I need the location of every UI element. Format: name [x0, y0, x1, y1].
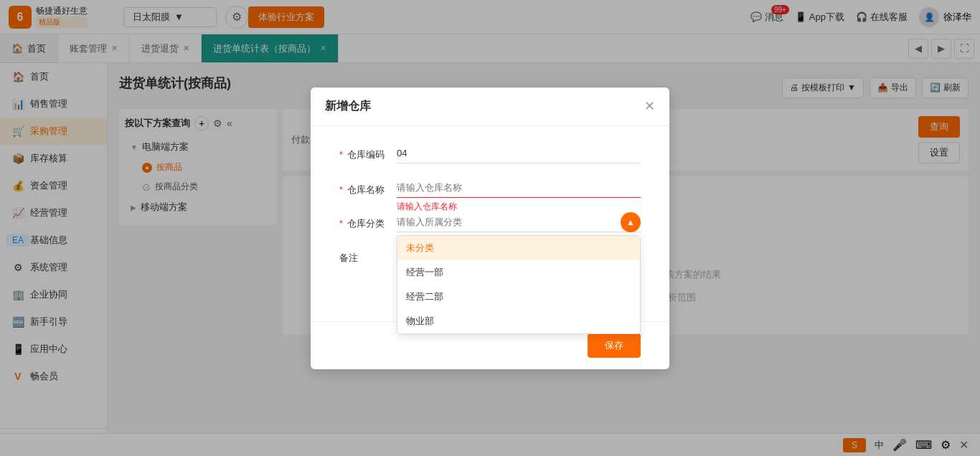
modal-close-button[interactable]: ✕: [644, 100, 655, 113]
dropdown-option-ops1[interactable]: 经营一部: [397, 260, 640, 285]
name-field-row: * 仓库名称 请输入仓库名称: [339, 178, 641, 198]
code-field-label: * 仓库编码: [339, 143, 397, 161]
modal-title: 新增仓库: [325, 99, 371, 114]
note-field-label: 备注: [339, 247, 397, 265]
name-error-message: 请输入仓库名称: [397, 201, 457, 213]
add-warehouse-modal: 新增仓库 ✕ * 仓库编码 * 仓库名称: [311, 87, 669, 369]
dropdown-option-property[interactable]: 物业部: [397, 309, 640, 333]
warehouse-category-input[interactable]: [397, 212, 641, 232]
save-button[interactable]: 保存: [588, 333, 641, 358]
required-star-code: *: [339, 149, 343, 160]
dropdown-option-uncategorized[interactable]: 未分类: [397, 236, 640, 260]
name-field-label: * 仓库名称: [339, 179, 397, 196]
category-input-wrap: ▲ 未分类 经营一部 经营二部 物业部: [397, 212, 641, 232]
category-field-label: * 仓库分类: [339, 212, 397, 230]
warehouse-code-input[interactable]: [397, 143, 641, 163]
category-dropdown-list: 未分类 经营一部 经营二部 物业部: [397, 235, 641, 334]
warehouse-name-input[interactable]: [397, 178, 641, 198]
modal-header: 新增仓库 ✕: [311, 87, 669, 126]
category-dropdown-toggle[interactable]: ▲: [621, 212, 641, 232]
code-field-row: * 仓库编码: [339, 143, 641, 163]
required-star-category: *: [339, 218, 343, 229]
modal-body: * 仓库编码 * 仓库名称 请输入仓库名称 *: [311, 126, 669, 321]
dropdown-option-ops2[interactable]: 经营二部: [397, 285, 640, 309]
modal-overlay: 新增仓库 ✕ * 仓库编码 * 仓库名称: [0, 0, 980, 456]
required-star-name: *: [339, 184, 343, 195]
category-field-row: * 仓库分类 ▲ 未分类 经营一部 经营二部 物业部: [339, 212, 641, 232]
